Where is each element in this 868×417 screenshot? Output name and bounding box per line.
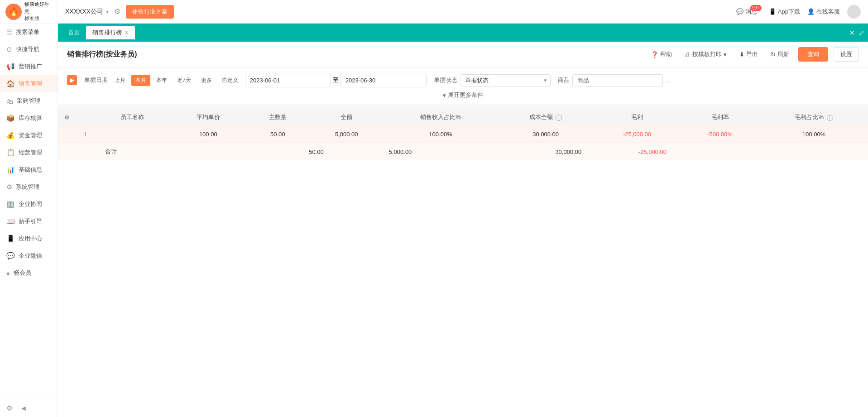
th-employee: 员工名称 <box>94 109 170 126</box>
sidebar-logo: 🔥 畅康通好生意 标准版 <box>0 0 58 24</box>
tab-close-all-icon[interactable]: ✕ <box>849 29 855 37</box>
print-button[interactable]: 🖨 按模板打印 ▾ <box>681 48 730 60</box>
goods-filter: 商品 ... <box>558 74 671 86</box>
table-footer: 合计 50.00 5,000.00 30,000.00 -25,000.00 <box>58 143 868 160</box>
company-settings-button[interactable]: ⚙ <box>112 5 122 18</box>
trial-button[interactable]: 体验行业方案 <box>126 5 174 19</box>
th-settings[interactable]: ⚙ <box>58 109 76 126</box>
help-button[interactable]: ❓ 帮助 <box>647 48 676 60</box>
marketing-icon: 📢 <box>6 62 15 71</box>
table-row: 1100.0050.005,000.00100.00%30,000.00-25,… <box>58 126 868 143</box>
wechat-icon: 💬 <box>6 252 15 260</box>
inventory-icon: 📦 <box>6 114 15 122</box>
date-btn-custom[interactable]: 自定义 <box>218 75 242 86</box>
footer-amount: 5,000.00 <box>358 149 442 155</box>
sidebar-nav: ☰ 搜索菜单 ⊙ 快捷导航 📢 营销推广 🏠 销售管理 🛍 采购管理 📦 库存核… <box>0 24 58 399</box>
td-gross: -25,000.00 <box>594 126 680 143</box>
sidebar-item-search[interactable]: ☰ 搜索菜单 <box>0 24 58 41</box>
sidebar-item-app-center[interactable]: 📱 应用中心 <box>0 230 58 247</box>
app-center-icon: 📱 <box>6 235 15 243</box>
sidebar-item-operations[interactable]: 📋 经营管理 <box>0 144 58 161</box>
sidebar-item-system[interactable]: ⚙ 系统管理 <box>0 178 58 196</box>
sidebar-settings-icon[interactable]: ⚙ <box>6 404 13 412</box>
status-select-wrap: 单据状态 <box>460 74 551 86</box>
quick-nav-icon: ⊙ <box>6 45 12 53</box>
tab-home[interactable]: 首页 <box>62 26 86 39</box>
expand-row: ▾ 展开更多条件 <box>67 91 859 99</box>
search-menu-icon: ☰ <box>6 28 12 36</box>
sidebar-item-base-info[interactable]: 📊 基础信息 <box>0 161 58 178</box>
message-button[interactable]: 💬 消息 99+ <box>736 8 757 16</box>
sidebar-collapse-icon[interactable]: ◄ <box>20 404 27 412</box>
app-download-icon: 📱 <box>769 8 776 15</box>
date-btn-more[interactable]: 更多 <box>197 75 216 86</box>
company-name: XXXXXX公司 <box>65 8 103 16</box>
main-content: XXXXXX公司 ▾ ⚙ 体验行业方案 💬 消息 99+ 📱 App下载 👤 在… <box>58 0 868 417</box>
settings-button[interactable]: 设置 <box>834 47 859 62</box>
sidebar-bottom: ⚙ ◄ <box>0 399 58 417</box>
member-icon: ♦ <box>6 269 10 277</box>
top-header: XXXXXX公司 ▾ ⚙ 体验行业方案 💬 消息 99+ 📱 App下载 👤 在… <box>58 0 868 24</box>
company-selector[interactable]: XXXXXX公司 ▾ <box>65 8 109 16</box>
date-btn-this-month[interactable]: 本月 <box>131 75 150 86</box>
date-options: 上月 本月 本年 近7天 更多 自定义 <box>110 75 242 86</box>
td-qty: 50.00 <box>246 126 309 143</box>
tab-sales-rank[interactable]: 销售排行榜 ✕ <box>86 26 135 39</box>
help-icon: ❓ <box>651 51 658 58</box>
print-icon: 🖨 <box>685 51 691 58</box>
logo-icon: 🔥 <box>5 4 22 20</box>
expand-conditions-button[interactable]: ▾ 展开更多条件 <box>443 91 483 99</box>
sidebar-item-purchase[interactable]: 🛍 采购管理 <box>0 92 58 110</box>
status-filter-label: 单据状态 <box>434 76 457 84</box>
sidebar-item-finance[interactable]: 💰 资金管理 <box>0 127 58 144</box>
app-download-button[interactable]: 📱 App下载 <box>769 8 800 16</box>
filter-row: ▶ 单据日期 上月 本月 本年 近7天 更多 自定义 <box>67 73 859 87</box>
refresh-icon: ↻ <box>771 51 776 58</box>
td-gross-ratio: 100.00% <box>760 126 868 143</box>
date-btn-this-year[interactable]: 本年 <box>152 75 171 86</box>
operations-icon: 📋 <box>6 149 15 157</box>
tab-close-icon[interactable]: ✕ <box>125 30 129 36</box>
online-service-button[interactable]: 👤 在线客服 <box>807 8 840 16</box>
page-header: 销售排行榜(按业务员) ❓ 帮助 🖨 按模板打印 ▾ ⬇ 导出 ↻ 刷新 <box>58 42 868 67</box>
date-end-input[interactable] <box>340 73 427 87</box>
date-start-input[interactable] <box>245 73 331 87</box>
date-filter: 单据日期 上月 本月 本年 近7天 更多 自定义 至 <box>84 73 427 87</box>
sidebar-item-enterprise[interactable]: 🏢 企业协同 <box>0 196 58 213</box>
system-icon: ⚙ <box>6 183 12 191</box>
filter-area: ▶ 单据日期 上月 本月 本年 近7天 更多 自定义 <box>58 67 868 105</box>
sidebar-item-quick-nav[interactable]: ⊙ 快捷导航 <box>0 41 58 58</box>
tab-resize-icon[interactable]: ⤢ <box>858 29 864 37</box>
sidebar-item-wechat[interactable]: 💬 企业微信 <box>0 247 58 264</box>
sidebar-item-inventory[interactable]: 📦 库存核算 <box>0 110 58 127</box>
tab-bar-actions: ✕ ⤢ <box>849 29 864 37</box>
goods-input[interactable] <box>572 74 663 86</box>
more-filters-button[interactable]: ... <box>666 77 671 84</box>
sidebar-item-sales[interactable]: 🏠 销售管理 <box>0 75 58 92</box>
sidebar-item-member[interactable]: ♦ 畅会员 <box>0 264 58 282</box>
export-button[interactable]: ⬇ 导出 <box>736 48 762 60</box>
print-chevron-icon: ▾ <box>724 51 727 58</box>
date-btn-last-month[interactable]: 上月 <box>110 75 129 86</box>
td-employee <box>94 126 170 143</box>
sidebar-item-guide[interactable]: 📖 新手引导 <box>0 213 58 230</box>
refresh-button[interactable]: ↻ 刷新 <box>767 48 793 60</box>
footer-total-label: 合计 <box>100 148 190 156</box>
sidebar: 🔥 畅康通好生意 标准版 ☰ 搜索菜单 ⊙ 快捷导航 📢 营销推广 🏠 销售管理… <box>0 0 58 417</box>
goods-filter-label: 商品 <box>558 76 570 84</box>
user-avatar[interactable] <box>847 5 861 19</box>
filter-toggle-button[interactable]: ▶ <box>67 75 77 85</box>
service-icon: 👤 <box>807 8 815 15</box>
status-select[interactable]: 单据状态 <box>460 74 551 86</box>
cost-info-icon[interactable]: i <box>556 115 562 121</box>
page-title: 销售排行榜(按业务员) <box>67 50 137 59</box>
td-sales-ratio: 100.00% <box>384 126 498 143</box>
td-avg-price: 100.00 <box>170 126 246 143</box>
sidebar-item-marketing[interactable]: 📢 营销推广 <box>0 58 58 75</box>
date-btn-7days[interactable]: 近7天 <box>173 75 195 86</box>
enterprise-icon: 🏢 <box>6 200 15 208</box>
query-button[interactable]: 查询 <box>798 47 828 62</box>
gross-ratio-info-icon[interactable]: i <box>827 115 833 121</box>
td-gross-rate: -500.00% <box>680 126 760 143</box>
th-cost: 成本全额 i <box>497 109 594 126</box>
